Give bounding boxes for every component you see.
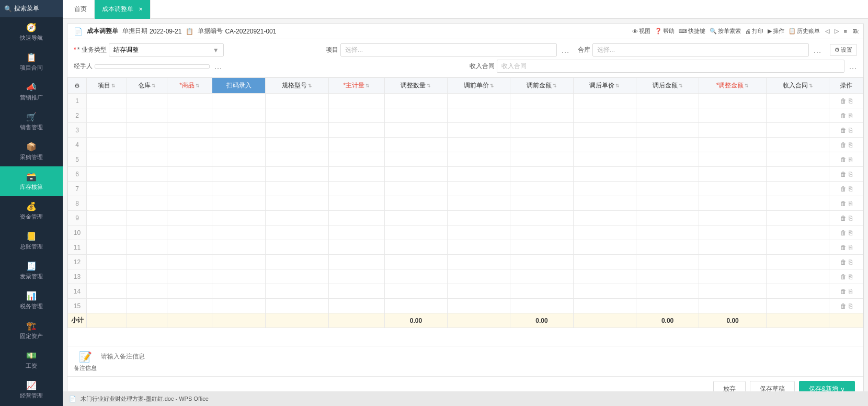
table-cell-11-spec[interactable] <box>266 240 328 255</box>
sidebar-item-3[interactable]: 🛒销售管理 <box>0 107 63 137</box>
table-cell-9-income_contract[interactable] <box>766 211 829 225</box>
table-cell-4-adj_amount[interactable] <box>699 138 767 152</box>
sidebar-item-11[interactable]: 💵工资 <box>0 345 63 375</box>
handler-select[interactable] <box>95 64 210 69</box>
table-cell-6-before_amount[interactable] <box>510 167 573 182</box>
table-cell-13-adj_qty[interactable] <box>384 269 447 284</box>
copy-icon[interactable]: ⎘ <box>849 215 852 222</box>
table-cell-10-before_amount[interactable] <box>510 225 573 240</box>
table-cell-1-warehouse[interactable] <box>127 94 167 108</box>
table-cell-12-adj_amount[interactable] <box>699 255 767 269</box>
table-cell-12-after_price[interactable] <box>573 255 636 269</box>
table-cell-14-before_amount[interactable] <box>510 284 573 299</box>
delete-icon[interactable]: 🗑 <box>840 185 847 193</box>
table-cell-14-spec[interactable] <box>266 284 328 299</box>
project-select[interactable]: 选择... <box>340 43 557 57</box>
toolbar-action-2[interactable]: ⌨快捷键 <box>679 27 705 35</box>
table-cell-4-warehouse[interactable] <box>127 138 167 152</box>
delete-icon[interactable]: 🗑 <box>840 273 847 280</box>
table-cell-2-adj_amount[interactable] <box>699 108 767 123</box>
table-cell-3-adj_qty[interactable] <box>384 123 447 138</box>
delete-icon[interactable]: 🗑 <box>840 229 847 236</box>
table-cell-1-before_amount[interactable] <box>510 94 573 108</box>
delete-icon[interactable]: 🗑 <box>840 258 847 266</box>
table-cell-6-adj_amount[interactable] <box>699 167 767 182</box>
income-contract-select[interactable]: 收入合同 <box>497 60 844 73</box>
gear-icon[interactable]: ⚙ <box>74 82 80 89</box>
copy-icon[interactable]: ⎘ <box>849 112 852 119</box>
table-cell-2-before_price[interactable] <box>448 108 510 123</box>
search-menu-button[interactable]: 🔍 搜索菜单 <box>0 0 63 17</box>
toolbar-action-4[interactable]: 🖨打印 <box>745 27 763 35</box>
table-cell-8-unit[interactable] <box>328 196 384 211</box>
table-cell-4-after_price[interactable] <box>573 138 636 152</box>
table-cell-7-adj_amount[interactable] <box>699 182 767 196</box>
table-cell-10-goods[interactable] <box>167 225 212 240</box>
table-cell-6-spec[interactable] <box>266 167 328 182</box>
table-cell-5-after_amount[interactable] <box>636 152 699 167</box>
toolbar-action-0[interactable]: 👁视图 <box>632 27 650 35</box>
sidebar-item-1[interactable]: 📋项目合同 <box>0 47 63 77</box>
delete-icon[interactable]: 🗑 <box>840 302 847 310</box>
table-cell-5-scan[interactable] <box>212 152 266 167</box>
table-cell-6-after_price[interactable] <box>573 167 636 182</box>
table-cell-6-warehouse[interactable] <box>127 167 167 182</box>
copy-icon[interactable]: ⎘ <box>849 171 852 178</box>
table-cell-10-income_contract[interactable] <box>766 225 829 240</box>
table-cell-11-before_price[interactable] <box>448 240 510 255</box>
table-cell-3-warehouse[interactable] <box>127 123 167 138</box>
table-cell-5-warehouse[interactable] <box>127 152 167 167</box>
table-cell-15-goods[interactable] <box>167 299 212 313</box>
table-cell-12-before_amount[interactable] <box>510 255 573 269</box>
table-cell-8-goods[interactable] <box>167 196 212 211</box>
table-cell-15-spec[interactable] <box>266 299 328 313</box>
table-cell-9-goods[interactable] <box>167 211 212 225</box>
table-cell-11-unit[interactable] <box>328 240 384 255</box>
table-cell-5-adj_amount[interactable] <box>699 152 767 167</box>
copy-icon[interactable]: ⎘ <box>849 200 852 207</box>
warehouse-select[interactable]: 选择... <box>592 43 809 57</box>
table-cell-1-before_price[interactable] <box>448 94 510 108</box>
notes-input[interactable] <box>101 351 857 362</box>
table-cell-3-spec[interactable] <box>266 123 328 138</box>
table-cell-13-after_price[interactable] <box>573 269 636 284</box>
table-cell-3-scan[interactable] <box>212 123 266 138</box>
table-cell-15-before_amount[interactable] <box>510 299 573 313</box>
table-cell-6-goods[interactable] <box>167 167 212 182</box>
table-cell-9-adj_amount[interactable] <box>699 211 767 225</box>
handler-more-icon[interactable]: … <box>214 62 222 71</box>
table-cell-6-before_price[interactable] <box>448 167 510 182</box>
table-cell-2-spec[interactable] <box>266 108 328 123</box>
settings-button[interactable]: ⚙ 设置 <box>830 44 857 56</box>
sidebar-item-6[interactable]: 💰资金管理 <box>0 196 63 226</box>
table-cell-8-adj_qty[interactable] <box>384 196 447 211</box>
table-cell-2-adj_qty[interactable] <box>384 108 447 123</box>
table-cell-9-spec[interactable] <box>266 211 328 225</box>
warehouse-more-icon[interactable]: … <box>813 46 821 55</box>
table-cell-13-project[interactable] <box>87 269 127 284</box>
income-contract-more-icon[interactable]: … <box>849 62 857 71</box>
table-cell-7-project[interactable] <box>87 182 127 196</box>
table-cell-14-before_price[interactable] <box>448 284 510 299</box>
table-cell-5-unit[interactable] <box>328 152 384 167</box>
delete-icon[interactable]: 🗑 <box>840 141 847 149</box>
table-cell-13-goods[interactable] <box>167 269 212 284</box>
table-cell-8-after_price[interactable] <box>573 196 636 211</box>
table-cell-7-adj_qty[interactable] <box>384 182 447 196</box>
delete-icon[interactable]: 🗑 <box>840 288 847 295</box>
delete-icon[interactable]: 🗑 <box>840 127 847 134</box>
copy-icon[interactable]: ⎘ <box>849 156 852 163</box>
delete-icon[interactable]: 🗑 <box>840 244 847 251</box>
table-cell-10-spec[interactable] <box>266 225 328 240</box>
sidebar-item-2[interactable]: 📣营销推广 <box>0 77 63 107</box>
toolbar-action-9[interactable]: ≡ <box>843 28 847 35</box>
table-cell-10-before_price[interactable] <box>448 225 510 240</box>
table-cell-5-adj_qty[interactable] <box>384 152 447 167</box>
table-cell-9-scan[interactable] <box>212 211 266 225</box>
table-cell-7-after_amount[interactable] <box>636 182 699 196</box>
table-cell-2-scan[interactable] <box>212 108 266 123</box>
table-cell-8-warehouse[interactable] <box>127 196 167 211</box>
table-cell-2-unit[interactable] <box>328 108 384 123</box>
table-cell-10-adj_qty[interactable] <box>384 225 447 240</box>
table-cell-4-after_amount[interactable] <box>636 138 699 152</box>
